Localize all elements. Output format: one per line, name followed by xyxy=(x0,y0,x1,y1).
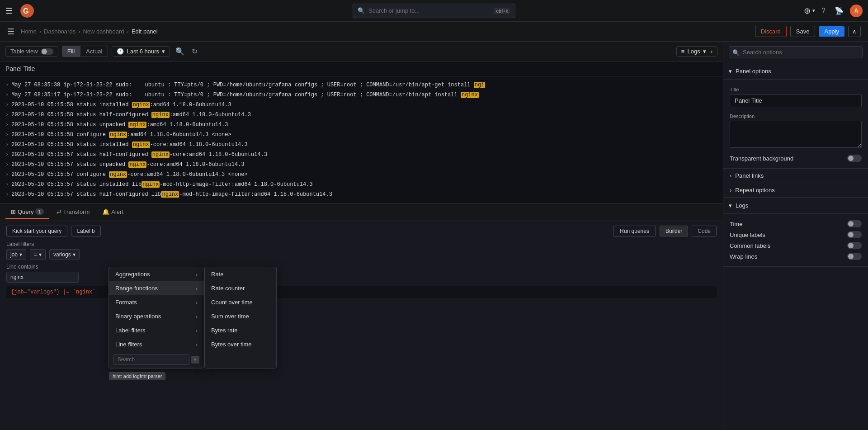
chevron-down-icon: ▾ xyxy=(729,68,732,75)
collapse-button[interactable]: ∧ xyxy=(848,26,861,37)
news-button[interactable]: 📡 xyxy=(832,5,846,17)
breadcrumb-bar: ☰ Home › Dashboards › New dashboard › Ed… xyxy=(0,22,868,42)
clock-icon: 🕐 xyxy=(117,48,124,55)
submenu-item-rate-counter[interactable]: Rate counter xyxy=(205,281,276,295)
log-line: › 2023-05-10 05:15:58 configure nginx:am… xyxy=(5,130,717,140)
search-dropdown-toggle[interactable]: ▾ xyxy=(191,356,199,364)
help-button[interactable]: ? xyxy=(819,5,828,17)
wrap-lines-toggle[interactable] xyxy=(847,253,862,260)
wrap-lines-label: Wrap lines xyxy=(730,253,757,260)
expand-icon[interactable]: › xyxy=(5,100,9,109)
zoom-out-button[interactable]: 🔍 xyxy=(174,45,186,57)
top-nav: ☰ G 🔍 Search or jump to... ctrl+k ⊕ ▾ ? … xyxy=(0,0,868,22)
add-panel-button[interactable]: ⊕ ▾ xyxy=(804,6,815,16)
repeat-options-item[interactable]: › Repeat options xyxy=(723,183,868,198)
apply-button[interactable]: Apply xyxy=(819,26,844,37)
run-queries-button[interactable]: Run queries xyxy=(613,226,656,236)
binary-operations-label: Binary operations xyxy=(115,313,161,320)
submenu-item-rate[interactable]: Rate xyxy=(205,267,276,281)
expand-icon[interactable]: › xyxy=(5,140,9,149)
tab-query[interactable]: ⊞ Query 1 xyxy=(5,206,49,219)
submenu-item-count-over-time[interactable]: Count over time xyxy=(205,295,276,309)
time-label: Time xyxy=(730,221,742,227)
panel-links-item[interactable]: › Panel links xyxy=(723,169,868,183)
breadcrumb-dashboards[interactable]: Dashboards xyxy=(44,28,75,35)
transparent-bg-label: Transparent background xyxy=(730,155,793,162)
menu-item-label-filters[interactable]: Label filters › xyxy=(109,323,204,337)
visualization-label[interactable]: ≡ Logs ▾ › xyxy=(676,46,717,57)
log-line: › 2023-05-10 05:15:57 status unpacked ng… xyxy=(5,160,717,170)
menu-item-line-filters[interactable]: Line filters › xyxy=(109,337,204,351)
expand-icon[interactable]: › xyxy=(5,150,9,159)
menu-item-formats[interactable]: Formats › xyxy=(109,295,204,309)
description-textarea[interactable] xyxy=(730,121,862,148)
aggregations-label: Aggregations xyxy=(115,271,150,278)
unique-labels-row: Unique labels xyxy=(730,229,862,240)
title-field-label: Title xyxy=(730,87,862,92)
expand-icon[interactable]: › xyxy=(5,130,9,139)
time-toggle[interactable] xyxy=(847,220,862,227)
filter-val-select[interactable]: varlogs ▾ xyxy=(49,249,80,260)
filter-eq-select[interactable]: = ▾ xyxy=(30,249,46,260)
builder-button[interactable]: Builder xyxy=(660,226,688,236)
panel-options-content: Title Description Transparent background xyxy=(723,80,868,169)
line-contains-input[interactable] xyxy=(6,272,79,283)
chevron-right-icon: › xyxy=(196,328,198,333)
global-search-bar[interactable]: 🔍 Search or jump to... ctrl+k xyxy=(353,4,515,18)
expand-icon[interactable]: › xyxy=(5,80,9,90)
panel-links-label: Panel links xyxy=(735,172,764,179)
code-button[interactable]: Code xyxy=(692,226,717,236)
logs-section-header[interactable]: ▾ Logs xyxy=(723,198,868,214)
discard-button[interactable]: Discard xyxy=(755,26,787,37)
search-icon: 🔍 xyxy=(732,49,740,56)
menu-item-range-functions[interactable]: Range functions › xyxy=(109,281,204,295)
table-view-toggle[interactable]: Table view xyxy=(5,46,58,57)
list-icon: ≡ xyxy=(681,48,685,55)
menu-search-input[interactable] xyxy=(113,354,189,365)
alert-icon: 🔔 xyxy=(102,208,109,215)
breadcrumb-new-dashboard[interactable]: New dashboard xyxy=(83,28,124,35)
time-range-picker[interactable]: 🕐 Last 6 hours ▾ xyxy=(112,46,170,57)
expand-icon[interactable]: › xyxy=(5,110,9,119)
menu-item-binary-operations[interactable]: Binary operations › xyxy=(109,309,204,323)
log-line: › 2023-05-10 05:15:57 status installed l… xyxy=(5,180,717,189)
options-search-input[interactable] xyxy=(729,46,863,58)
menu-item-aggregations[interactable]: Aggregations › xyxy=(109,267,204,281)
operations-menu: Aggregations › Range functions › Formats… xyxy=(108,267,204,369)
breadcrumb-home[interactable]: Home xyxy=(21,28,37,35)
submenu-item-sum-over-time[interactable]: Sum over time xyxy=(205,309,276,323)
panel-title-input[interactable] xyxy=(730,94,862,107)
label-b-button[interactable]: Label b xyxy=(71,226,100,236)
chevron-down-icon: ▾ xyxy=(729,202,732,209)
common-labels-toggle[interactable] xyxy=(847,242,862,249)
avatar[interactable]: A xyxy=(850,5,863,17)
expand-icon[interactable]: › xyxy=(5,120,9,129)
actual-button[interactable]: Actual xyxy=(80,46,108,57)
kick-start-button[interactable]: Kick start your query xyxy=(6,226,67,236)
submenu-item-bytes-over-time[interactable]: Bytes over time xyxy=(205,337,276,351)
chevron-down-icon: ▾ xyxy=(19,251,22,258)
fill-button[interactable]: Fill xyxy=(62,46,80,57)
filter-job-select[interactable]: job ▾ xyxy=(6,249,26,260)
expand-icon[interactable]: › xyxy=(5,90,9,99)
right-panel: 🔍 ▾ Panel options Title Description Tran… xyxy=(723,42,868,430)
tab-transform[interactable]: ⇄ Transform xyxy=(51,206,95,219)
unique-labels-toggle[interactable] xyxy=(847,231,862,238)
tab-alert[interactable]: 🔔 Alert xyxy=(97,206,129,219)
expand-icon[interactable]: › xyxy=(5,180,9,189)
table-view-switch[interactable] xyxy=(41,48,53,55)
panel-options-section-header[interactable]: ▾ Panel options xyxy=(723,63,868,80)
description-field-label: Description xyxy=(730,113,862,119)
refresh-button[interactable]: ↻ xyxy=(190,45,199,57)
transparent-bg-toggle[interactable] xyxy=(847,155,862,162)
save-button[interactable]: Save xyxy=(790,26,816,37)
expand-icon[interactable]: › xyxy=(5,190,9,199)
submenu-item-bytes-rate[interactable]: Bytes rate xyxy=(205,323,276,337)
sidebar-toggle[interactable]: ☰ xyxy=(7,27,14,37)
search-placeholder-text: Search or jump to... xyxy=(368,7,420,14)
common-labels-label: Common labels xyxy=(730,242,770,249)
expand-icon[interactable]: › xyxy=(5,170,9,179)
log-line: › May 27 08:35:38 ip-172-31-23-22 sudo: … xyxy=(5,80,717,90)
menu-icon[interactable]: ☰ xyxy=(5,6,13,16)
expand-icon[interactable]: › xyxy=(5,160,9,169)
